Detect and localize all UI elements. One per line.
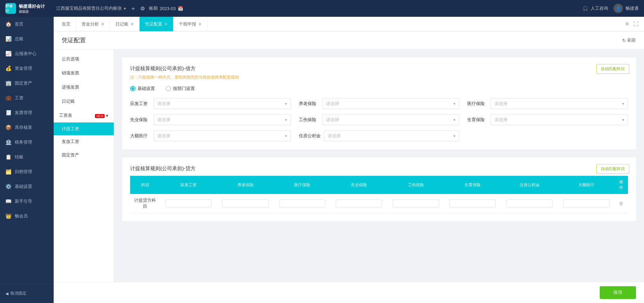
form-item-pension: 养老保险 请选择 ▾ [299, 98, 460, 109]
cell-workinjury[interactable] [387, 194, 444, 213]
cell-maternity[interactable] [444, 194, 501, 213]
select-major-medical[interactable]: 请选择 ▾ [154, 131, 291, 141]
radio-basic-setting[interactable]: 基础设置 [130, 86, 155, 92]
ai-consult[interactable]: 🎧 人工咨询 [583, 5, 608, 11]
label-medical: 医疗保险 [467, 101, 487, 107]
close-window-button[interactable]: ✕ [625, 21, 629, 27]
sidebar-item-assets[interactable]: 🏢 固定资产 [0, 76, 54, 91]
col-major-medical: 大额医疗 [558, 176, 614, 194]
add-button[interactable]: ＋ [130, 4, 136, 12]
archive-icon: 🗂️ [5, 169, 11, 175]
select-medical[interactable]: 请选择 ▾ [491, 98, 628, 109]
select-workinjury[interactable]: 请选择 ▾ [322, 114, 460, 125]
left-nav-payroll-accrual[interactable]: 计提工资 [54, 122, 114, 135]
form-item-workinjury: 工伤保险 请选择 ▾ [299, 114, 460, 125]
sidebar-item-settings[interactable]: ⚙️ 基础设置 [0, 179, 54, 194]
input-gross-salary[interactable] [165, 199, 212, 207]
cell-action[interactable]: 🗑 [615, 194, 628, 213]
tab-tax-filing[interactable]: 个税申报 ✕ [173, 17, 207, 31]
sidebar-item-payroll[interactable]: 💼 工资 [0, 91, 54, 105]
sidebar-item-finance[interactable]: 💰 资金管理 [0, 61, 54, 76]
user-profile[interactable]: 👤 畅捷通 [613, 4, 639, 13]
cell-gross-salary[interactable] [160, 194, 217, 213]
left-nav-payroll-table[interactable]: 工资表 NEW ▾ [54, 108, 114, 122]
cell-pension[interactable] [217, 194, 274, 213]
input-major-medical[interactable] [563, 199, 609, 207]
assets-icon: 🏢 [5, 80, 11, 86]
input-workinjury[interactable] [393, 199, 439, 207]
page-header: 凭证配置 ↻ 刷新 [54, 32, 644, 49]
avatar: 👤 [613, 4, 623, 13]
input-medical[interactable] [279, 199, 325, 207]
finance-icon: 💰 [5, 65, 11, 71]
input-maternity[interactable] [449, 199, 496, 207]
cell-medical[interactable] [274, 194, 330, 213]
sidebar-label-guide: 新手引导 [15, 198, 32, 204]
input-pension[interactable] [222, 199, 268, 207]
left-nav-fixed-assets[interactable]: 固定资产 [54, 148, 114, 162]
headphone-icon: 🎧 [583, 6, 588, 11]
delete-row-button[interactable]: 🗑 [619, 201, 624, 206]
sidebar-item-inventory[interactable]: 📦 库存核算 [0, 120, 54, 135]
label-housing-fund: 住房公积金 [299, 133, 321, 139]
debit-auto-match-button[interactable]: 自动匹配科目 [596, 64, 629, 74]
company-name: 江西服宝精品有限责任公司内账张 [56, 5, 122, 11]
maximize-window-button[interactable]: ⛶ [633, 21, 639, 27]
sidebar-item-home[interactable]: 🏠 首页 [0, 17, 54, 32]
tab-journal-close[interactable]: ✕ [130, 22, 134, 27]
cell-major-medical[interactable] [558, 194, 614, 213]
calendar-icon[interactable]: 📅 [178, 6, 183, 11]
radio-department-setting[interactable]: 按部门设置 [166, 86, 195, 92]
select-unemployment[interactable]: 请选择 ▾ [154, 114, 291, 125]
home-icon: 🏠 [5, 21, 11, 27]
select-gross-salary[interactable]: 请选择 ▾ [154, 98, 291, 109]
tab-home[interactable]: 首页 [56, 17, 76, 31]
sidebar-item-tax[interactable]: 🏦 税务管理 [0, 135, 54, 150]
sidebar: 🏠 首页 📊 总账 📈 云报表中心 💰 资金管理 🏢 固定资产 💼 工资 🧾 发… [0, 17, 54, 303]
tax-icon: 🏦 [5, 139, 11, 145]
sidebar-item-ledger[interactable]: 📊 总账 [0, 32, 54, 46]
refresh-button[interactable]: ↻ 刷新 [622, 37, 636, 43]
cell-unemployment[interactable] [331, 194, 387, 213]
input-unemployment[interactable] [336, 199, 382, 207]
company-selector[interactable]: 江西服宝精品有限责任公司内账张 ▾ [56, 5, 126, 11]
left-nav-payroll-distribution[interactable]: 发放工资 [54, 135, 114, 148]
sidebar-item-guide[interactable]: 📖 新手引导 [0, 194, 54, 209]
radio-dept-circle [166, 86, 171, 91]
tab-tax-filing-close[interactable]: ✕ [198, 22, 202, 27]
sidebar-item-reports[interactable]: 📈 云报表中心 [0, 46, 54, 61]
radio-basic-circle [130, 86, 136, 91]
sidebar-item-vip[interactable]: 👑 畅会员 [0, 209, 54, 223]
select-major-medical-arrow: ▾ [285, 134, 287, 138]
sidebar-item-invoice[interactable]: 🧾 发票管理 [0, 105, 54, 120]
tab-voucher-config-close[interactable]: ✕ [164, 22, 168, 27]
tab-tax-filing-label: 个税申报 [179, 21, 196, 27]
cell-housing-fund[interactable] [501, 194, 558, 213]
select-pension[interactable]: 请选择 ▾ [322, 98, 460, 109]
left-nav-sales-invoice[interactable]: 销项发票 [54, 66, 114, 80]
settings-button[interactable]: ⚙ [140, 5, 145, 12]
tab-finance-analysis[interactable]: 资金分析 ✕ [76, 17, 110, 31]
select-housing-fund[interactable]: 请选择 ▾ [324, 131, 460, 141]
credit-auto-match-button[interactable]: 自动匹配科目 [596, 164, 629, 174]
company-dropdown-arrow: ▾ [124, 6, 126, 11]
cancel-fixed-button[interactable]: ◀ 取消固定 [0, 287, 54, 300]
content-area: 首页 资金分析 ✕ 日记账 ✕ 凭证配置 ✕ 个税申报 ✕ ✕ ⛶ [54, 17, 644, 303]
col-workinjury: 工伤保险 [387, 176, 444, 194]
sidebar-item-archive[interactable]: 🗂️ 归档管理 [0, 164, 54, 179]
left-nav-public[interactable]: 公共选项 [54, 52, 114, 66]
input-housing-fund[interactable] [506, 199, 553, 207]
col-pension: 养老保险 [217, 176, 274, 194]
logo-icon: 好会计 [5, 3, 16, 14]
select-maternity[interactable]: 请选择 ▾ [491, 114, 628, 125]
sidebar-item-closing[interactable]: 📋 结账 [0, 150, 54, 164]
tab-journal[interactable]: 日记账 ✕ [110, 17, 140, 31]
label-unemployment: 失业保险 [130, 117, 150, 123]
save-button[interactable]: 保存 [600, 286, 636, 299]
left-nav-purchase-invoice[interactable]: 进项发票 [54, 80, 114, 94]
left-nav-journal[interactable]: 日记账 [54, 94, 114, 108]
app-version: 旗舰版 [19, 9, 45, 14]
tab-voucher-config[interactable]: 凭证配置 ✕ [140, 17, 173, 31]
tab-finance-analysis-close[interactable]: ✕ [101, 22, 104, 27]
period-value: 2023-03 [160, 6, 176, 11]
